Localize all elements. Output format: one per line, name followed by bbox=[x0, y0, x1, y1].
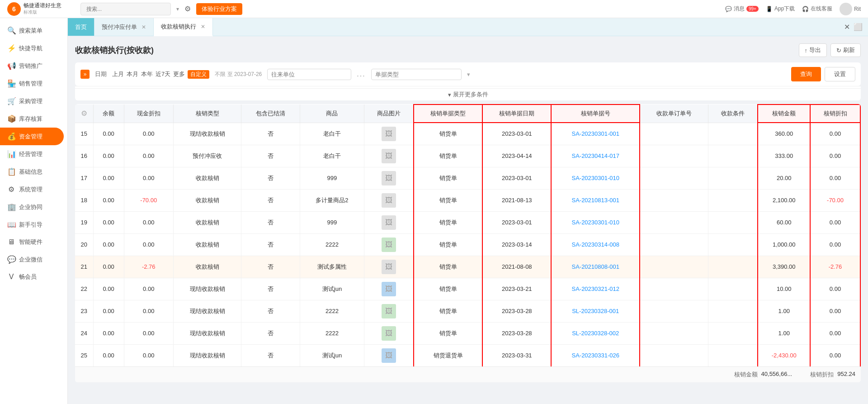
cell-writeoff-discount: 0.00 bbox=[810, 344, 860, 366]
sidebar-item-search[interactable]: 🔍 搜索菜单 bbox=[0, 22, 67, 39]
sidebar-item-system[interactable]: ⚙ 系统管理 bbox=[0, 181, 67, 198]
sidebar-item-hardware[interactable]: 🖥 智能硬件 bbox=[0, 233, 67, 251]
table-row: 21 0.00 -2.76 收款核销 否 测试多属性 🖼 销货单 2021-08… bbox=[75, 256, 860, 278]
online-service-button[interactable]: 🎧 在线客服 bbox=[802, 5, 832, 13]
cell-include-settled: 否 bbox=[241, 233, 300, 256]
cell-doc-no[interactable]: SL-20230328-001 bbox=[551, 300, 640, 322]
cell-balance: 0.00 bbox=[93, 123, 124, 145]
logo-area: 6 畅捷通谱好生意 标准版 bbox=[7, 2, 75, 16]
refresh-icon: ↻ bbox=[836, 47, 841, 54]
trial-button[interactable]: 体验行业方案 bbox=[196, 3, 242, 15]
cell-doc-type: 销货单 bbox=[414, 167, 482, 189]
sidebar-item-marketing[interactable]: 📢 营销推广 bbox=[0, 57, 67, 75]
sidebar-item-wechat[interactable]: 💬 企业微信 bbox=[0, 251, 67, 268]
tab-close-writeoff[interactable]: ✕ bbox=[201, 24, 205, 30]
cell-doc-no[interactable]: SA-20230301-010 bbox=[551, 211, 640, 233]
cell-writeoff-amount: 2,100.00 bbox=[758, 189, 810, 211]
cell-product: 999 bbox=[300, 167, 364, 189]
settings-button[interactable]: 设置 bbox=[825, 67, 855, 81]
receipt-type-dropdown-icon[interactable]: ▾ bbox=[467, 71, 470, 78]
sidebar-item-finance[interactable]: 💰 资金管理 bbox=[0, 128, 64, 145]
doc-no-link[interactable]: SA-20230301-010 bbox=[571, 219, 619, 226]
tab-writeoff[interactable]: 收款核销执行 ✕ bbox=[154, 18, 213, 36]
message-badge: 99+ bbox=[746, 6, 759, 12]
sidebar-item-operations[interactable]: 📊 经营管理 bbox=[0, 145, 67, 163]
close-window-icon[interactable]: ✕ bbox=[844, 23, 850, 31]
doc-no-link[interactable]: SA-20230301-001 bbox=[571, 130, 619, 137]
sidebar-item-sales[interactable]: 🏪 销售管理 bbox=[0, 75, 67, 92]
sidebar-item-guide[interactable]: 📖 新手引导 bbox=[0, 216, 67, 233]
filter-expand-button[interactable]: » bbox=[80, 70, 90, 79]
tab-home[interactable]: 首页 bbox=[68, 18, 94, 36]
cell-doc-date: 2023-03-28 bbox=[482, 300, 551, 322]
cell-doc-no[interactable]: SA-20210808-001 bbox=[551, 256, 640, 278]
building-icon: 🏢 bbox=[7, 203, 15, 211]
sidebar-item-purchase[interactable]: 🛒 采购管理 bbox=[0, 92, 67, 110]
doc-no-link[interactable]: SA-20230321-012 bbox=[571, 285, 619, 292]
doc-no-link[interactable]: SA-20210808-001 bbox=[571, 263, 619, 270]
cell-writeoff-amount: 333.00 bbox=[758, 145, 810, 167]
doc-no-link[interactable]: SA-20230414-017 bbox=[571, 152, 619, 159]
cell-product: 测试jun bbox=[300, 344, 364, 366]
gear-icon[interactable]: ⚙ bbox=[184, 5, 191, 13]
partner-more-icon[interactable]: ... bbox=[357, 70, 365, 78]
th-doc-type: 核销单据类型 bbox=[414, 105, 482, 123]
cell-receipt-condition bbox=[708, 322, 758, 344]
footer-writeoff-discount-value: 952.24 bbox=[837, 371, 855, 379]
expand-conditions-button[interactable]: ▾ 展开更多条件 bbox=[75, 88, 861, 100]
table-wrap[interactable]: ⚙ 余额 现金折扣 核销类型 包含已结清 商品 商品图片 核销单据类型 核销单据… bbox=[75, 104, 861, 366]
cell-doc-no[interactable]: SA-20230331-026 bbox=[551, 344, 640, 366]
search-input[interactable] bbox=[80, 3, 171, 15]
doc-no-link[interactable]: SA-20230301-010 bbox=[571, 175, 619, 181]
th-balance: 余额 bbox=[93, 105, 124, 123]
cell-doc-no[interactable]: SA-20230314-008 bbox=[551, 233, 640, 256]
date-last-month[interactable]: 上月 bbox=[112, 70, 124, 78]
export-button[interactable]: ↑ 导出 bbox=[799, 43, 827, 57]
date-custom[interactable]: 自定义 bbox=[188, 70, 209, 79]
cell-doc-no[interactable]: SA-20230414-017 bbox=[551, 145, 640, 167]
tab-prepay[interactable]: 预付冲应付单 ✕ bbox=[94, 18, 154, 36]
cell-doc-no[interactable]: SA-20230301-001 bbox=[551, 123, 640, 145]
cell-num: 18 bbox=[75, 189, 93, 211]
doc-no-link[interactable]: SA-20230331-026 bbox=[571, 352, 619, 359]
th-product: 商品 bbox=[300, 105, 364, 123]
date-more[interactable]: 更多 bbox=[173, 70, 185, 78]
sidebar-item-member[interactable]: V 畅会员 bbox=[0, 268, 67, 285]
doc-no-link[interactable]: SL-20230328-002 bbox=[572, 330, 619, 337]
sidebar-item-inventory[interactable]: 📦 库存核算 bbox=[0, 110, 67, 128]
doc-no-link[interactable]: SL-20230328-001 bbox=[572, 308, 619, 314]
receipt-type-filter-input[interactable] bbox=[371, 69, 462, 80]
doc-no-link[interactable]: SA-20210813-001 bbox=[571, 197, 619, 204]
cell-balance: 0.00 bbox=[93, 189, 124, 211]
message-button[interactable]: 💬 消息 99+ bbox=[725, 5, 759, 13]
refresh-button[interactable]: ↻ 刷新 bbox=[830, 43, 861, 57]
sidebar-item-basic-info[interactable]: 📋 基础信息 bbox=[0, 163, 67, 181]
table-row: 25 0.00 0.00 现结收款核销 否 测试jun 🖼 销货退货单 2023… bbox=[75, 344, 860, 366]
date-this-year[interactable]: 本年 bbox=[141, 70, 153, 78]
tab-bar: 首页 预付冲应付单 ✕ 收款核销执行 ✕ ✕ ⬜ bbox=[68, 18, 868, 36]
column-settings-icon[interactable]: ⚙ bbox=[81, 109, 87, 117]
doc-no-link[interactable]: SA-20230314-008 bbox=[571, 241, 619, 248]
avatar bbox=[840, 3, 852, 15]
cell-doc-no[interactable]: SA-20210813-001 bbox=[551, 189, 640, 211]
cell-doc-no[interactable]: SA-20230301-010 bbox=[551, 167, 640, 189]
tab-close-prepay[interactable]: ✕ bbox=[142, 24, 146, 30]
sidebar-item-quick-nav[interactable]: ⚡ 快捷导航 bbox=[0, 39, 67, 57]
cell-product: 老白干 bbox=[300, 145, 364, 167]
maximize-icon[interactable]: ⬜ bbox=[854, 23, 863, 31]
query-button[interactable]: 查询 bbox=[791, 67, 821, 81]
cell-doc-no[interactable]: SL-20230328-002 bbox=[551, 322, 640, 344]
chart-icon: 📊 bbox=[7, 150, 15, 158]
partner-filter-input[interactable] bbox=[267, 69, 351, 80]
date-7days[interactable]: 近7天 bbox=[156, 70, 170, 78]
date-this-month[interactable]: 本月 bbox=[127, 70, 138, 78]
cell-product-img: 🖼 bbox=[364, 189, 414, 211]
footer-writeoff-amount: 核销金额 40,556,66... bbox=[734, 371, 793, 379]
user-area[interactable]: Rit bbox=[840, 3, 861, 15]
sidebar-item-enterprise[interactable]: 🏢 企业协同 bbox=[0, 198, 67, 216]
cell-doc-date: 2021-08-13 bbox=[482, 189, 551, 211]
cell-doc-no[interactable]: SA-20230321-012 bbox=[551, 278, 640, 300]
clipboard-icon: 📋 bbox=[7, 167, 15, 176]
app-download-button[interactable]: 📱 App下载 bbox=[766, 5, 795, 13]
cell-doc-date: 2021-08-08 bbox=[482, 256, 551, 278]
